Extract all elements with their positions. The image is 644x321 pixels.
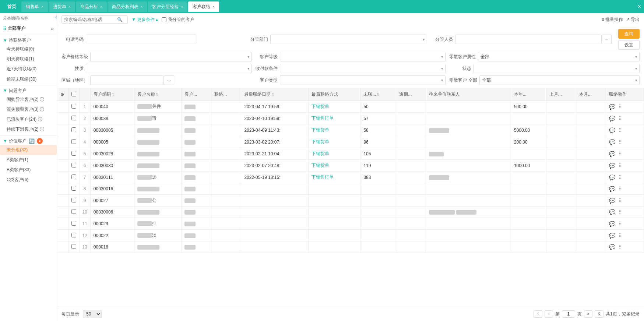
window-close[interactable]: ×: [638, 3, 641, 10]
grid-action-icon[interactable]: ⠿: [618, 244, 622, 250]
chat-action-icon[interactable]: 💬: [609, 163, 615, 169]
contact-method-link[interactable]: 下销货单: [312, 127, 329, 133]
contact-method-link[interactable]: 下销货单: [312, 163, 329, 168]
col-this-month[interactable]: 本月...: [576, 88, 606, 101]
chat-action-icon[interactable]: 💬: [609, 104, 615, 110]
col-last-contact-date[interactable]: 最后联络日期 ⇅: [241, 88, 309, 101]
row-checkbox-cell[interactable]: [68, 148, 79, 160]
filter-price-level-select[interactable]: [90, 52, 252, 61]
row-checkbox-cell[interactable]: [68, 172, 79, 183]
row-checkbox-cell[interactable]: [68, 160, 79, 172]
tab-product-list[interactable]: 商品分析列表 ×: [108, 1, 147, 12]
my-customers-checkbox-label[interactable]: 我分管的客户: [162, 17, 194, 23]
col-code[interactable]: 客户编码 ⇅: [90, 88, 134, 101]
batch-op-btn[interactable]: ≡ 批量操作: [602, 17, 623, 23]
col-settings[interactable]: ⚙: [57, 88, 68, 101]
chat-action-icon[interactable]: 💬: [609, 209, 615, 215]
grid-action-icon[interactable]: ⠿: [618, 151, 622, 157]
main-search-icon[interactable]: 🔍: [117, 17, 123, 22]
col-uncontacted[interactable]: 未联... ⇅: [360, 88, 396, 101]
tab-customer-contact[interactable]: 客户联络 ×: [188, 1, 219, 12]
refresh-icon[interactable]: 🔄: [29, 138, 35, 144]
row-checkbox[interactable]: [71, 244, 76, 249]
grid-action-icon[interactable]: ⠿: [618, 127, 622, 133]
page-input[interactable]: [562, 310, 575, 318]
chat-action-icon[interactable]: 💬: [609, 186, 615, 192]
sidebar-item-class-a[interactable]: A类客户(1): [0, 155, 57, 165]
last-page-btn[interactable]: K: [595, 310, 603, 318]
col-contact[interactable]: 联络...: [211, 88, 241, 101]
my-customers-checkbox[interactable]: [162, 17, 166, 22]
grid-action-icon[interactable]: ⠿: [618, 209, 622, 215]
tab-purchase[interactable]: 进货单 ×: [49, 1, 75, 12]
col-name[interactable]: 客户名称 ⇅: [134, 88, 182, 101]
grid-action-icon[interactable]: ⠿: [618, 186, 622, 192]
group-pending-contact[interactable]: ▼ 待联络客户: [0, 36, 57, 44]
chat-action-icon[interactable]: 💬: [609, 174, 615, 180]
sidebar-search-input[interactable]: [3, 16, 54, 20]
row-checkbox[interactable]: [71, 163, 76, 167]
tab-customer-contact-close[interactable]: ×: [212, 5, 215, 9]
collapse-icon[interactable]: «: [51, 26, 54, 32]
row-checkbox[interactable]: [71, 198, 76, 202]
row-checkbox[interactable]: [71, 116, 76, 120]
tab-product-analysis[interactable]: 商品分析 ×: [76, 1, 107, 12]
sidebar-item-churned[interactable]: 已流失客户(24) ⓘ: [0, 114, 57, 124]
all-customers-header[interactable]: ⠿ 全部客户 «: [0, 23, 57, 34]
select-all-checkbox[interactable]: [71, 92, 76, 96]
export-btn[interactable]: ↗ 导出: [626, 17, 640, 23]
row-checkbox[interactable]: [71, 174, 76, 179]
tab-customer-segment[interactable]: 客户分层经营 ×: [148, 1, 187, 12]
prev-page-btn[interactable]: <: [545, 310, 553, 318]
sidebar-item-7days-pending[interactable]: 近7天待联络(0): [0, 64, 57, 74]
contact-method-link[interactable]: 下销售订单: [312, 174, 334, 180]
row-checkbox[interactable]: [71, 104, 76, 109]
filter-retail-attr-select[interactable]: 全部: [478, 52, 640, 61]
row-checkbox[interactable]: [71, 209, 76, 214]
sidebar-item-class-b[interactable]: B类客户(33): [0, 165, 57, 175]
chat-action-icon[interactable]: 💬: [609, 139, 615, 145]
row-checkbox-cell[interactable]: [68, 136, 79, 148]
row-checkbox-cell[interactable]: [68, 183, 79, 195]
chat-action-icon[interactable]: 💬: [609, 244, 615, 250]
grid-action-icon[interactable]: ⠿: [618, 198, 622, 204]
next-page-btn[interactable]: >: [584, 310, 592, 318]
row-checkbox-cell[interactable]: [68, 113, 79, 124]
chat-action-icon[interactable]: 💬: [609, 116, 615, 121]
grid-action-icon[interactable]: ⠿: [618, 139, 622, 145]
filter-level-select[interactable]: [280, 52, 446, 61]
grid-action-icon[interactable]: ⠿: [618, 221, 622, 227]
sidebar-item-ungrouped[interactable]: 未分组(32): [0, 145, 57, 155]
page-size-select[interactable]: 50 100 200: [83, 310, 102, 318]
col-checkbox[interactable]: [68, 88, 79, 101]
contact-method-link[interactable]: 下销货单: [312, 151, 329, 156]
filter-area-input[interactable]: [90, 75, 164, 85]
sidebar-item-class-c[interactable]: C类客户(6): [0, 175, 57, 185]
row-checkbox[interactable]: [71, 221, 76, 226]
col-last-month[interactable]: 上月...: [546, 88, 576, 101]
sidebar-item-declining[interactable]: 持续下滑客户(2) ⓘ: [0, 124, 57, 134]
col-overdue[interactable]: 逾期...: [396, 88, 426, 101]
sidebar-item-churn-warning[interactable]: 流失预警客户(3) ⓘ: [0, 105, 57, 114]
first-page-btn[interactable]: K: [534, 310, 542, 318]
reset-btn[interactable]: 设置: [618, 40, 640, 50]
grid-action-icon[interactable]: ⠿: [618, 104, 622, 110]
row-checkbox-cell[interactable]: [68, 241, 79, 253]
group-value-customers[interactable]: ▼ 价值客户 🔄 ●: [0, 137, 57, 145]
row-checkbox-cell[interactable]: [68, 218, 79, 230]
grid-action-icon[interactable]: ⠿: [618, 116, 622, 121]
col-cust-type[interactable]: 客户...: [182, 88, 211, 101]
col-this-year[interactable]: 本年...: [511, 88, 546, 101]
tab-sales[interactable]: 销售单 ×: [21, 1, 48, 12]
filter-phone-input[interactable]: [86, 35, 196, 44]
row-checkbox[interactable]: [71, 127, 76, 132]
filter-nature-select[interactable]: [86, 64, 252, 73]
filter-dept-select[interactable]: [270, 35, 427, 44]
more-conditions-btn[interactable]: ▼ 更多条件 ▴: [131, 17, 158, 23]
tab-product-analysis-close[interactable]: ×: [100, 5, 102, 9]
contact-method-link[interactable]: 下销货单: [312, 139, 329, 144]
row-checkbox[interactable]: [71, 151, 76, 156]
row-checkbox-cell[interactable]: [68, 207, 79, 218]
filter-person-input[interactable]: [455, 35, 601, 44]
tab-product-list-close[interactable]: ×: [141, 5, 143, 9]
